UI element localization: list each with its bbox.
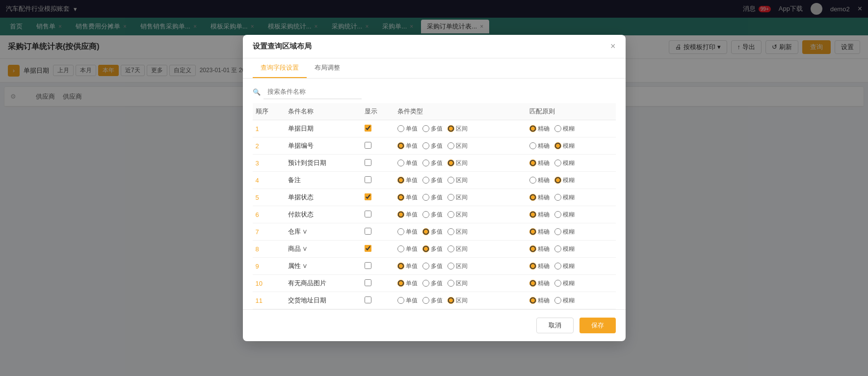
search-icon: 🔍	[253, 88, 261, 96]
dialog-title: 设置查询区域布局	[253, 42, 312, 51]
dialog-tab-fields[interactable]: 查询字段设置	[253, 58, 307, 78]
conditions-table: 顺序 条件名称 显示 条件类型 匹配原则 1单据日期单值多值区间精确模糊2单据编…	[253, 103, 616, 111]
col-display: 显示	[362, 103, 394, 111]
search-input[interactable]	[263, 84, 362, 99]
col-name: 条件名称	[285, 103, 362, 111]
dialog-search-area: 🔍	[243, 79, 626, 103]
dialog-tab-layout-label: 布局调整	[315, 64, 340, 71]
dialog-tab-layout[interactable]: 布局调整	[307, 58, 348, 78]
dialog-tab-fields-label: 查询字段设置	[261, 64, 299, 71]
settings-dialog: 设置查询区域布局 × 查询字段设置 布局调整 🔍 顺序 条件名称	[243, 35, 626, 111]
dialog-tab-bar: 查询字段设置 布局调整	[243, 58, 626, 79]
modal-overlay: 设置查询区域布局 × 查询字段设置 布局调整 🔍 顺序 条件名称	[0, 0, 868, 111]
dialog-header: 设置查询区域布局 ×	[243, 35, 626, 58]
col-order: 顺序	[253, 103, 285, 111]
dialog-close-button[interactable]: ×	[610, 41, 616, 52]
col-match: 匹配原则	[526, 103, 615, 111]
dialog-table-container: 顺序 条件名称 显示 条件类型 匹配原则 1单据日期单值多值区间精确模糊2单据编…	[243, 103, 626, 111]
col-type: 条件类型	[395, 103, 527, 111]
